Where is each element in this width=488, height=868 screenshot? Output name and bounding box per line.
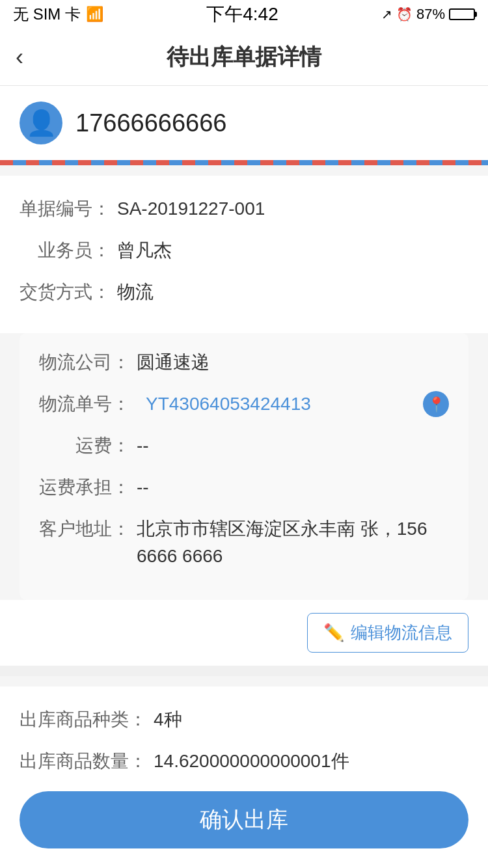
logistics-card: 物流公司： 圆通速递 物流单号： YT43064053424413 📍 运费： … [20,333,468,600]
nav-bar: ‹ 待出库单据详情 [0,29,488,86]
logistics-company-value: 圆通速递 [137,349,449,376]
order-number-value: SA-20191227-001 [117,195,468,223]
status-bar: 无 SIM 卡 📶 下午4:42 ↗ ⏰ 87% [0,0,488,29]
confirm-btn-wrap: 确认出库 [0,781,488,868]
back-button[interactable]: ‹ [16,44,23,71]
freight-bear-label: 运费承担： [39,474,130,501]
order-number-label: 单据编号： [20,195,111,223]
goods-type-row: 出库商品种类： 4种 [20,706,468,733]
goods-type-value: 4种 [154,706,468,733]
wifi-icon: 📶 [86,6,103,23]
logistics-company-label: 物流公司： [39,349,130,376]
battery-percent: 87% [416,6,445,23]
confirm-button[interactable]: 确认出库 [20,791,468,848]
edit-icon: ✏️ [323,623,344,643]
freight-value: -- [137,432,449,459]
customer-phone: 17666666666 [75,109,226,137]
freight-label: 运费： [39,432,130,459]
edit-logistics-area: ✏️ 编辑物流信息 [0,600,488,666]
status-left: 无 SIM 卡 📶 [13,4,103,25]
content: 👤 17666666666 单据编号： SA-20191227-001 业务员：… [0,86,488,868]
goods-quantity-label: 出库商品数量： [20,748,147,775]
delivery-method-value: 物流 [117,278,468,306]
person-icon: 👤 [26,109,57,137]
dashed-divider [0,160,488,165]
goods-type-label: 出库商品种类： [20,706,147,733]
address-label: 客户地址： [39,515,130,543]
avatar: 👤 [20,102,62,144]
carrier-text: 无 SIM 卡 [13,4,81,25]
status-right: ↗ ⏰ 87% [381,6,475,23]
order-number-row: 单据编号： SA-20191227-001 [20,195,468,223]
sales-person-value: 曾凡杰 [117,237,468,264]
delivery-method-row: 交货方式： 物流 [20,278,468,306]
tracking-number-value: YT43064053424413 [146,390,407,418]
tracking-number-row: 物流单号： YT43064053424413 📍 [39,390,449,418]
address-row: 客户地址： 北京市市辖区海淀区永丰南 张，156 6666 6666 [39,515,449,570]
page-title: 待出库单据详情 [167,42,321,72]
logistics-company-row: 物流公司： 圆通速递 [39,349,449,376]
goods-quantity-value: 14.620000000000001件 [154,748,468,775]
sales-person-row: 业务员： 曾凡杰 [20,237,468,264]
edit-logistics-label: 编辑物流信息 [351,621,452,644]
delivery-method-label: 交货方式： [20,278,111,306]
freight-bear-row: 运费承担： -- [39,474,449,501]
sales-person-label: 业务员： [20,237,111,264]
freight-bear-value: -- [137,474,449,501]
tracking-pin-button[interactable]: 📍 [423,391,449,417]
goods-quantity-row: 出库商品数量： 14.620000000000001件 [20,748,468,775]
edit-logistics-button[interactable]: ✏️ 编辑物流信息 [307,613,468,653]
basic-info-section: 单据编号： SA-20191227-001 业务员： 曾凡杰 交货方式： 物流 [0,176,488,333]
customer-card: 👤 17666666666 [0,86,488,160]
location-icon: 📍 [427,394,445,415]
section-separator [0,666,488,676]
address-value: 北京市市辖区海淀区永丰南 张，156 6666 6666 [137,515,449,570]
status-time: 下午4:42 [206,2,278,27]
freight-row: 运费： -- [39,432,449,459]
battery-bar [449,8,475,20]
location-icon: ↗ [381,7,392,22]
alarm-icon: ⏰ [396,7,413,22]
confirm-label: 确认出库 [200,805,288,835]
tracking-number-label: 物流单号： [39,390,130,418]
